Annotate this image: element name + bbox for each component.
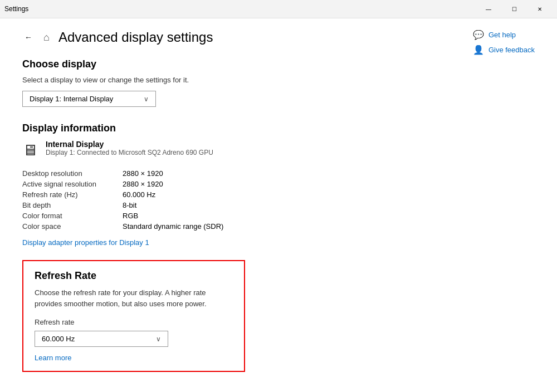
give-feedback-label: Give feedback [488,46,535,54]
app-body: ← ⌂ Advanced display settings 💬 Get help… [0,18,557,392]
info-value: Standard dynamic range (SDR) [123,222,234,231]
choose-display-section: Choose display Select a display to view … [22,58,535,107]
back-icon: ← [25,33,32,42]
get-help-label: Get help [488,31,516,39]
sidebar-links: 💬 Get help 👤 Give feedback [473,30,535,55]
maximize-button[interactable]: ☐ [501,0,527,18]
get-help-icon: 💬 [473,30,484,40]
choose-display-title: Choose display [22,58,535,70]
adapter-link[interactable]: Display adapter properties for Display 1 [22,238,535,247]
give-feedback-link[interactable]: 👤 Give feedback [473,45,535,55]
get-help-link[interactable]: 💬 Get help [473,30,535,40]
display-device-info: Internal Display Display 1: Connected to… [46,140,213,156]
refresh-rate-label: Refresh rate [35,318,233,326]
refresh-rate-description: Choose the refresh rate for your display… [35,287,233,309]
display-dropdown[interactable]: Display 1: Internal Display ∨ [22,91,156,107]
refresh-rate-title: Refresh Rate [35,270,233,282]
display-device: 🖥 Internal Display Display 1: Connected … [22,140,535,159]
learn-more-link[interactable]: Learn more [35,354,233,362]
info-label: Bit depth [22,201,123,209]
dropdown-arrow-icon: ∨ [144,95,149,103]
main-content: ← ⌂ Advanced display settings 💬 Get help… [0,18,557,392]
title-bar: Settings — ☐ ✕ [0,0,557,18]
refresh-rate-box: Refresh Rate Choose the refresh rate for… [22,260,245,372]
info-label: Color space [22,222,123,231]
display-device-name: Internal Display [46,140,213,149]
info-value: 60.000 Hz [123,190,234,199]
minimize-button[interactable]: — [476,0,501,18]
info-value: RGB [123,212,234,220]
display-information-title: Display information [22,122,535,134]
give-feedback-icon: 👤 [473,45,484,55]
close-button[interactable]: ✕ [527,0,553,18]
title-bar-left: Settings [4,5,28,13]
back-button[interactable]: ← [22,31,35,44]
monitor-icon: 🖥 [22,141,38,159]
display-device-sub: Display 1: Connected to Microsoft SQ2 Ad… [46,149,213,156]
page-header: ← ⌂ Advanced display settings [22,30,535,45]
refresh-rate-dropdown[interactable]: 60.000 Hz ∨ [35,331,168,347]
info-value: 2880 × 1920 [123,169,234,178]
refresh-rate-dropdown-value: 60.000 Hz [42,335,75,343]
info-value: 8-bit [123,201,234,209]
display-info-table: Desktop resolution2880 × 1920Active sign… [22,169,535,231]
display-information-section: Display information 🖥 Internal Display D… [22,122,535,247]
info-value: 2880 × 1920 [123,180,234,188]
title-bar-title: Settings [4,5,28,13]
info-label: Color format [22,212,123,220]
home-icon[interactable]: ⌂ [43,32,50,43]
page-title: Advanced display settings [58,30,213,45]
display-dropdown-value: Display 1: Internal Display [30,95,113,103]
refresh-dropdown-arrow-icon: ∨ [156,335,161,343]
choose-display-subtitle: Select a display to view or change the s… [22,76,535,84]
info-label: Desktop resolution [22,169,123,178]
info-label: Refresh rate (Hz) [22,190,123,199]
title-bar-controls: — ☐ ✕ [476,0,553,18]
info-label: Active signal resolution [22,180,123,188]
